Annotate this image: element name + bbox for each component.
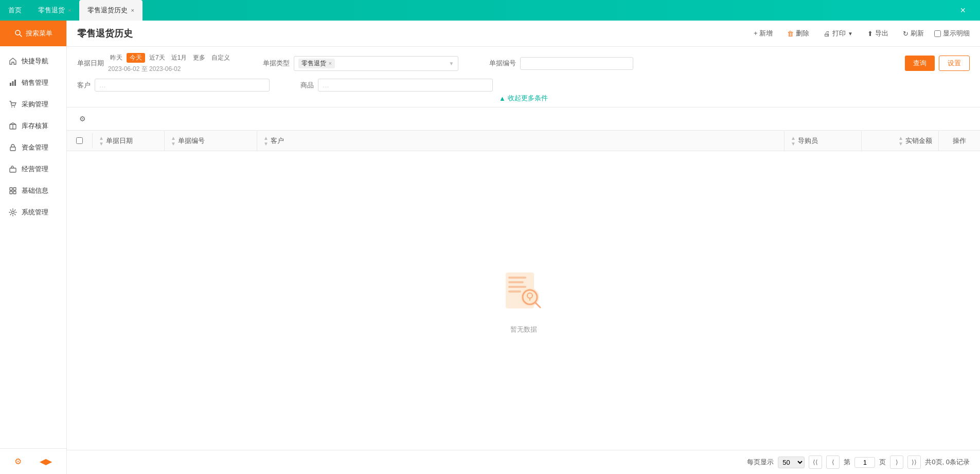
empty-illustration (498, 267, 549, 319)
svg-rect-13 (10, 191, 12, 194)
svg-rect-18 (508, 281, 524, 283)
show-detail-label: 显示明细 (943, 29, 970, 38)
date-7days[interactable]: 近7天 (147, 53, 167, 63)
refresh-button[interactable]: ↻ 刷新 (899, 27, 928, 40)
show-detail-checkbox[interactable]: 显示明细 (934, 29, 970, 38)
th-amount-label: 实销金额 (905, 136, 932, 145)
print-btn-label: 打印 (832, 29, 846, 38)
new-button[interactable]: + 新增 (750, 27, 777, 40)
first-page-button[interactable]: ⟨⟨ (809, 455, 822, 469)
page-unit: 页 (879, 458, 886, 467)
sidebar-bottom: ⚙ ◀▶ (0, 448, 66, 474)
sidebar-item-basic[interactable]: 基础信息 (0, 180, 66, 202)
collapse-filter-button[interactable]: ▲ 收起更多条件 (499, 94, 548, 103)
bill-type-filter: 单据类型 零售退货 × ▼ (263, 56, 458, 71)
sidebar-search[interactable]: 搜索菜单 (0, 21, 66, 46)
select-all-checkbox[interactable] (76, 137, 83, 144)
empty-state: 暂无数据 (67, 151, 980, 450)
svg-point-15 (12, 211, 14, 214)
export-button[interactable]: ⬆ 导出 (863, 27, 893, 40)
date-more[interactable]: 更多 (191, 53, 207, 63)
filter-action-buttons: 查询 设置 (905, 56, 970, 71)
customer-placeholder: … (99, 81, 106, 89)
sidebar-item-purchase-label: 采购管理 (22, 100, 48, 109)
sidebar-item-finance-label: 资金管理 (22, 143, 48, 152)
delete-button[interactable]: 🗑 删除 (783, 27, 813, 40)
page-input[interactable] (854, 457, 875, 468)
bill-type-dropdown-icon: ▼ (449, 61, 454, 66)
th-customer[interactable]: ▲▼ 客户 (257, 131, 785, 151)
th-bill-label: 单据编号 (178, 136, 205, 145)
delete-icon: 🗑 (787, 30, 794, 38)
sidebar-item-system-label: 系统管理 (22, 208, 48, 217)
svg-rect-19 (508, 286, 526, 288)
header-actions: + 新增 🗑 删除 🖨 打印 ▼ ⬆ 导出 ↻ 刷新 (750, 27, 970, 40)
volume-icon[interactable]: ◀▶ (40, 457, 52, 466)
bill-number-filter: 单据编号 (489, 57, 633, 70)
sidebar-item-basic-label: 基础信息 (22, 186, 48, 195)
prev-page-button[interactable]: ⟨ (826, 455, 840, 469)
tab-retail-return[interactable]: 零售退货 × (30, 0, 79, 21)
svg-rect-4 (14, 80, 16, 86)
date-range-display: 2023-06-02 至 2023-06-02 (108, 65, 232, 74)
print-button[interactable]: 🖨 打印 ▼ (819, 27, 857, 40)
th-date[interactable]: ▲▼ 单据日期 (93, 131, 165, 151)
date-today[interactable]: 今天 (127, 53, 145, 63)
tab-retail-return-history-close[interactable]: × (131, 7, 134, 13)
collapse-icon: ▲ (499, 95, 506, 102)
tab-bar: 首页 零售退货 × 零售退货历史 × (0, 0, 956, 21)
table-header: ▲▼ 单据日期 ▲▼ 单据编号 ▲▼ 客户 ▲▼ 导购员 ▲▼ 实销金额 (67, 131, 980, 151)
bill-type-select[interactable]: 零售退货 × ▼ (294, 56, 458, 71)
svg-rect-9 (10, 147, 15, 151)
page-size-select[interactable]: 50 10 20 100 (778, 457, 805, 468)
th-checkbox (67, 133, 93, 148)
svg-point-6 (14, 106, 15, 107)
setting-button[interactable]: 设置 (939, 56, 970, 71)
pagination-bar: 每页显示 50 10 20 100 ⟨⟨ ⟨ 第 页 ⟩ ⟩⟩ 共0页, 0条记… (67, 450, 980, 474)
customer-select[interactable]: … (95, 79, 270, 92)
date-1month[interactable]: 近1月 (169, 53, 189, 63)
tab-home[interactable]: 首页 (0, 0, 30, 21)
window-close-button[interactable]: × (956, 3, 970, 18)
table-settings-button[interactable]: ⚙ (75, 112, 90, 126)
sidebar-item-inventory[interactable]: 库存核算 (0, 115, 66, 137)
sidebar-item-system[interactable]: 系统管理 (0, 202, 66, 223)
search-icon (14, 29, 23, 38)
sidebar-item-finance[interactable]: 资金管理 (0, 137, 66, 158)
date-custom[interactable]: 自定义 (209, 53, 232, 63)
sidebar-item-quick-nav[interactable]: 快捷导航 (0, 50, 66, 72)
bill-type-label: 单据类型 (263, 59, 290, 68)
sidebar-item-purchase[interactable]: 采购管理 (0, 94, 66, 115)
customer-filter-label: 客户 (77, 81, 91, 90)
tab-retail-return-history[interactable]: 零售退货历史 × (79, 0, 142, 21)
tab-retail-return-close[interactable]: × (68, 7, 71, 13)
table-toolbar: ⚙ (67, 107, 980, 131)
customer-filter: 客户 … (77, 79, 270, 92)
svg-rect-11 (10, 188, 12, 190)
th-bill-no[interactable]: ▲▼ 单据编号 (165, 131, 257, 151)
sidebar-item-sales[interactable]: 销售管理 (0, 72, 66, 94)
bill-type-tag-label: 零售退货 (301, 59, 326, 68)
content-area: 零售退货历史 + 新增 🗑 删除 🖨 打印 ▼ ⬆ 导出 (67, 21, 980, 474)
date-yesterday[interactable]: 昨天 (108, 53, 124, 63)
bill-type-tag-close[interactable]: × (328, 60, 331, 66)
home-icon (8, 57, 17, 66)
query-button[interactable]: 查询 (905, 56, 935, 71)
bill-number-input[interactable] (520, 57, 633, 70)
show-detail-input[interactable] (934, 30, 941, 37)
filter-area: 单据日期 昨天 今天 近7天 近1月 更多 自定义 2023-06-02 至 2… (67, 47, 980, 107)
svg-rect-3 (12, 81, 14, 86)
next-page-button[interactable]: ⟩ (890, 455, 903, 469)
th-guide[interactable]: ▲▼ 导购员 (785, 131, 862, 151)
th-amount[interactable]: ▲▼ 实销金额 (862, 131, 939, 151)
svg-point-5 (11, 106, 12, 107)
date-sort-icon: ▲▼ (99, 135, 104, 147)
sidebar-item-operations[interactable]: 经营管理 (0, 158, 66, 180)
top-bar: 首页 零售退货 × 零售退货历史 × × (0, 0, 980, 21)
goods-select[interactable]: … (318, 79, 493, 92)
empty-text: 暂无数据 (510, 325, 537, 334)
last-page-button[interactable]: ⟩⟩ (907, 455, 921, 469)
top-bar-right: × (956, 3, 980, 18)
th-customer-label: 客户 (271, 136, 284, 145)
gear-bottom-icon[interactable]: ⚙ (14, 457, 22, 466)
